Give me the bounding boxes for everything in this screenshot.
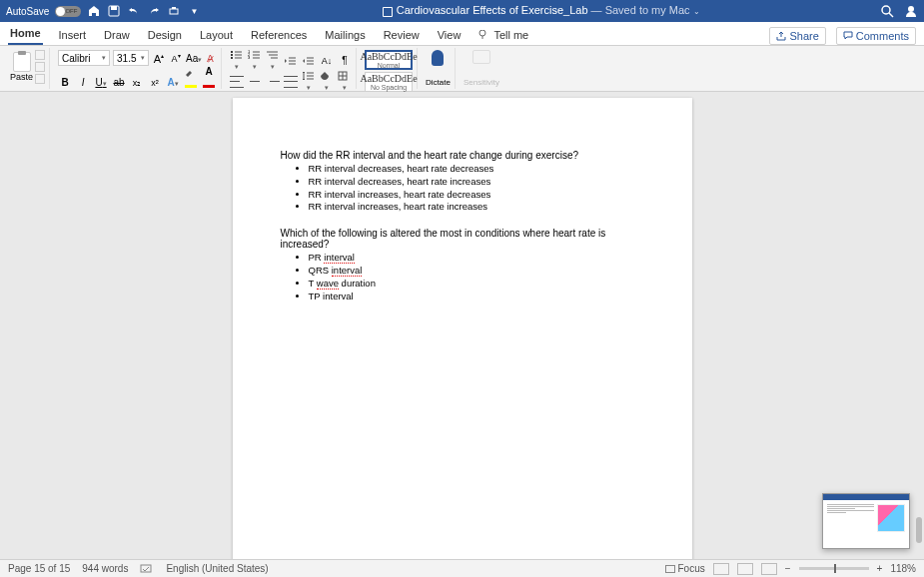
dictate-label: Dictate: [426, 78, 451, 87]
svg-point-6: [882, 6, 890, 14]
list-item: TP interval: [309, 290, 656, 303]
doc-title: Cardiovascular Effects of Exercise_Lab: [397, 4, 588, 16]
share-button[interactable]: Share: [769, 27, 825, 45]
cut-icon[interactable]: [35, 50, 45, 60]
user-icon[interactable]: [904, 4, 918, 18]
change-case-icon[interactable]: Aa▾: [186, 53, 200, 64]
document-page[interactable]: How did the RR interval and the heart ra…: [233, 98, 692, 559]
question-1: How did the RR interval and the heart ra…: [281, 150, 656, 161]
borders-icon[interactable]: ▾: [338, 71, 352, 92]
numbering-icon[interactable]: 123▾: [248, 50, 262, 71]
comments-label: Comments: [856, 30, 909, 42]
font-size-select[interactable]: 31.5▾: [113, 50, 149, 66]
superscript-button[interactable]: x²: [148, 78, 162, 88]
decrease-indent-icon[interactable]: [284, 56, 298, 66]
svg-rect-37: [141, 565, 151, 572]
font-name-select[interactable]: Calibri▾: [58, 50, 110, 66]
word-count[interactable]: 944 words: [82, 563, 128, 574]
clear-formatting-icon[interactable]: A̷: [203, 53, 217, 64]
tab-review[interactable]: Review: [382, 25, 422, 45]
vertical-scrollbar[interactable]: [914, 98, 922, 489]
list-item: T wave duration: [309, 278, 656, 290]
paste-icon[interactable]: [13, 52, 31, 72]
print-layout-view[interactable]: [713, 563, 729, 575]
search-icon[interactable]: [880, 4, 894, 18]
format-painter-icon[interactable]: [35, 74, 45, 84]
undo-icon[interactable]: [127, 4, 141, 18]
svg-text:3: 3: [248, 55, 251, 60]
focus-mode[interactable]: Focus: [665, 563, 705, 574]
save-icon[interactable]: [107, 4, 121, 18]
zoom-slider[interactable]: [799, 567, 869, 570]
zoom-out[interactable]: −: [785, 563, 791, 574]
align-center-button[interactable]: [248, 76, 262, 88]
question-2-options: PR interval QRS interval T wave duration…: [309, 252, 656, 302]
align-right-button[interactable]: [266, 76, 280, 88]
sensitivity-label: Sensitivity: [463, 78, 499, 87]
multilevel-list-icon[interactable]: ▾: [266, 50, 280, 71]
spellcheck-icon[interactable]: [140, 564, 154, 574]
outline-view[interactable]: [761, 563, 777, 575]
style-no-spacing[interactable]: AaBbCcDdEeNo Spacing: [365, 72, 413, 92]
tab-design[interactable]: Design: [146, 25, 184, 45]
tab-view[interactable]: View: [436, 25, 463, 45]
justify-button[interactable]: [284, 76, 298, 88]
tab-mailings[interactable]: Mailings: [323, 25, 367, 45]
tab-home[interactable]: Home: [8, 23, 43, 45]
document-area[interactable]: How did the RR interval and the heart ra…: [0, 92, 924, 559]
underline-button[interactable]: U▾: [94, 77, 108, 88]
align-left-button[interactable]: [230, 76, 244, 88]
decrease-font-icon[interactable]: A▾: [169, 52, 183, 64]
tell-me-label: Tell me: [493, 29, 528, 41]
sort-icon[interactable]: A↓: [320, 56, 334, 66]
share-label: Share: [789, 30, 818, 42]
sensitivity-group: Sensitivity: [460, 48, 503, 89]
language[interactable]: English (United States): [166, 563, 268, 574]
redo-icon[interactable]: [147, 4, 161, 18]
bullets-icon[interactable]: ▾: [230, 50, 244, 71]
tab-layout[interactable]: Layout: [198, 25, 235, 45]
saved-state: — Saved to my Mac: [591, 4, 690, 16]
style-normal[interactable]: AaBbCcDdEeNormal: [365, 50, 413, 70]
dictate-group[interactable]: Dictate: [422, 48, 456, 89]
qat-dropdown-icon[interactable]: ▼: [187, 4, 201, 18]
strikethrough-button[interactable]: ab: [112, 77, 126, 88]
titlebar: AutoSave OFF ▼ Cardiovascular Effects of…: [0, 0, 924, 22]
list-item: RR interval increases, heart rate decrea…: [309, 189, 656, 202]
zoom-level[interactable]: 118%: [890, 563, 916, 574]
autosave-state: OFF: [65, 8, 77, 14]
ribbon-tabs: Home Insert Draw Design Layout Reference…: [0, 22, 924, 46]
mic-icon: [432, 50, 444, 66]
tab-insert[interactable]: Insert: [57, 25, 89, 45]
show-marks-icon[interactable]: ¶: [338, 55, 352, 66]
home-icon[interactable]: [87, 4, 101, 18]
styles-group: AaBbCcDdEeNormal AaBbCcDdEeNo Spacing Aa…: [361, 48, 418, 89]
subscript-button[interactable]: x₂: [130, 78, 144, 88]
question-2: Which of the following is altered the mo…: [281, 228, 656, 250]
svg-rect-5: [384, 8, 392, 16]
italic-button[interactable]: I: [76, 77, 90, 88]
text-effects-icon[interactable]: A▾: [166, 77, 180, 88]
svg-point-12: [231, 54, 233, 56]
autosave-label: AutoSave: [6, 6, 49, 17]
print-icon[interactable]: [167, 4, 181, 18]
page-thumbnail-preview[interactable]: [822, 493, 910, 549]
sensitivity-icon: [472, 50, 490, 64]
tell-me[interactable]: Tell me: [476, 25, 530, 45]
paste-label: Paste: [10, 72, 33, 82]
list-item: QRS interval: [309, 265, 656, 278]
increase-indent-icon[interactable]: [302, 56, 316, 66]
shading-icon[interactable]: ▾: [320, 71, 334, 92]
bold-button[interactable]: B: [58, 77, 72, 88]
autosave-toggle[interactable]: OFF: [55, 6, 81, 17]
increase-font-icon[interactable]: A▴: [152, 52, 166, 65]
comments-button[interactable]: Comments: [836, 27, 916, 45]
list-item: RR interval decreases, heart rate increa…: [309, 176, 656, 189]
tab-references[interactable]: References: [249, 25, 309, 45]
line-spacing-icon[interactable]: ▾: [302, 71, 316, 92]
page-count[interactable]: Page 15 of 15: [8, 563, 70, 574]
web-layout-view[interactable]: [737, 563, 753, 575]
zoom-in[interactable]: +: [877, 563, 883, 574]
copy-icon[interactable]: [35, 62, 45, 72]
tab-draw[interactable]: Draw: [102, 25, 132, 45]
